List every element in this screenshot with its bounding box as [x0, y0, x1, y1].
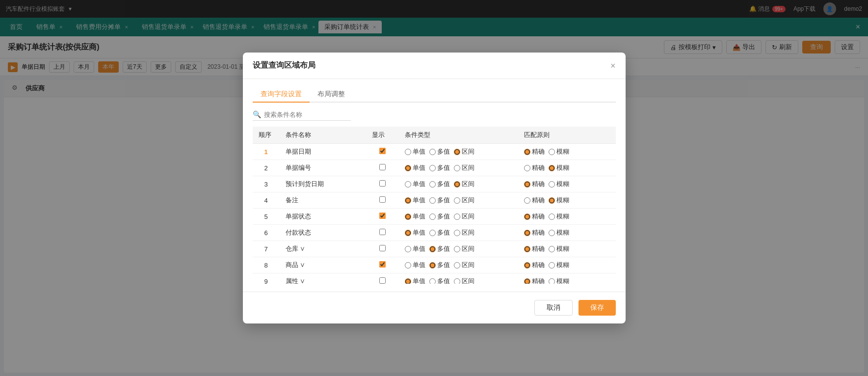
- match-radio[interactable]: [524, 246, 530, 252]
- match-radio[interactable]: [524, 262, 530, 269]
- match-radio-item[interactable]: 模糊: [549, 277, 569, 284]
- type-radio[interactable]: [454, 197, 460, 204]
- show-checkbox[interactable]: [379, 196, 386, 203]
- match-radio[interactable]: [549, 214, 555, 220]
- type-radio-item[interactable]: 多值: [429, 244, 450, 253]
- type-radio[interactable]: [429, 214, 436, 220]
- type-radio-item[interactable]: 多值: [429, 212, 450, 221]
- match-radio[interactable]: [549, 197, 555, 204]
- match-radio-item[interactable]: 精确: [524, 147, 545, 156]
- type-radio-item[interactable]: 单值: [405, 212, 425, 221]
- type-radio-item[interactable]: 区间: [454, 261, 474, 269]
- show-checkbox[interactable]: [379, 148, 386, 154]
- show-checkbox[interactable]: [379, 180, 386, 187]
- match-radio-item[interactable]: 精确: [524, 212, 545, 221]
- type-radio-item[interactable]: 多值: [429, 261, 450, 269]
- show-checkbox[interactable]: [379, 277, 386, 284]
- type-radio-item[interactable]: 单值: [405, 196, 425, 205]
- type-radio-item[interactable]: 单值: [405, 180, 425, 188]
- match-radio[interactable]: [524, 230, 530, 236]
- cancel-btn[interactable]: 取消: [534, 300, 573, 316]
- match-radio-item[interactable]: 模糊: [549, 212, 569, 221]
- type-radio-item[interactable]: 单值: [405, 277, 425, 284]
- type-radio[interactable]: [405, 278, 411, 284]
- match-radio[interactable]: [549, 230, 555, 236]
- type-radio[interactable]: [454, 278, 460, 284]
- row-show[interactable]: [366, 176, 398, 192]
- type-radio-item[interactable]: 单值: [405, 244, 425, 253]
- type-radio-item[interactable]: 区间: [454, 212, 474, 221]
- type-radio-item[interactable]: 单值: [405, 163, 425, 172]
- match-radio-item[interactable]: 模糊: [549, 163, 569, 172]
- type-radio-item[interactable]: 多值: [429, 228, 450, 237]
- match-radio[interactable]: [524, 214, 530, 220]
- type-radio[interactable]: [429, 230, 436, 236]
- dialog-close-btn[interactable]: ×: [610, 61, 616, 70]
- match-radio-item[interactable]: 精确: [524, 228, 545, 237]
- show-checkbox[interactable]: [379, 229, 386, 235]
- type-radio-item[interactable]: 区间: [454, 277, 474, 284]
- match-radio-item[interactable]: 精确: [524, 196, 545, 205]
- type-radio-item[interactable]: 多值: [429, 147, 450, 156]
- match-radio-item[interactable]: 精确: [524, 261, 545, 269]
- type-radio-item[interactable]: 区间: [454, 196, 474, 205]
- type-radio[interactable]: [454, 230, 460, 236]
- match-radio[interactable]: [524, 149, 530, 155]
- type-radio[interactable]: [454, 165, 460, 171]
- match-radio[interactable]: [524, 278, 530, 284]
- type-radio[interactable]: [405, 197, 411, 204]
- show-checkbox[interactable]: [379, 261, 386, 268]
- match-radio-item[interactable]: 精确: [524, 180, 545, 188]
- match-radio[interactable]: [549, 262, 555, 269]
- type-radio-item[interactable]: 区间: [454, 228, 474, 237]
- match-radio-item[interactable]: 模糊: [549, 244, 569, 253]
- type-radio[interactable]: [405, 262, 411, 269]
- match-radio[interactable]: [549, 278, 555, 284]
- type-radio-item[interactable]: 单值: [405, 147, 425, 156]
- match-radio-item[interactable]: 精确: [524, 244, 545, 253]
- row-show[interactable]: [366, 209, 398, 225]
- tab-layout[interactable]: 布局调整: [310, 87, 353, 103]
- type-radio-item[interactable]: 区间: [454, 244, 474, 253]
- match-radio-item[interactable]: 模糊: [549, 180, 569, 188]
- type-radio-item[interactable]: 区间: [454, 163, 474, 172]
- search-input[interactable]: [264, 111, 351, 118]
- type-radio-item[interactable]: 多值: [429, 277, 450, 284]
- type-radio[interactable]: [429, 262, 436, 269]
- type-radio[interactable]: [405, 230, 411, 236]
- match-radio[interactable]: [549, 246, 555, 252]
- save-btn[interactable]: 保存: [579, 300, 616, 316]
- type-radio[interactable]: [454, 181, 460, 188]
- row-show[interactable]: [366, 257, 398, 273]
- match-radio[interactable]: [549, 165, 555, 171]
- match-radio[interactable]: [524, 181, 530, 188]
- type-radio[interactable]: [405, 246, 411, 252]
- tab-query-fields[interactable]: 查询字段设置: [253, 87, 310, 103]
- row-show[interactable]: [366, 241, 398, 257]
- type-radio-item[interactable]: 多值: [429, 163, 450, 172]
- show-checkbox[interactable]: [379, 213, 386, 219]
- type-radio[interactable]: [429, 278, 436, 284]
- type-radio[interactable]: [429, 197, 436, 204]
- type-radio[interactable]: [454, 262, 460, 269]
- row-show[interactable]: [366, 160, 398, 176]
- type-radio-item[interactable]: 单值: [405, 228, 425, 237]
- match-radio-item[interactable]: 模糊: [549, 228, 569, 237]
- match-radio[interactable]: [549, 149, 555, 155]
- row-show[interactable]: [366, 273, 398, 284]
- match-radio-item[interactable]: 模糊: [549, 196, 569, 205]
- match-radio-item[interactable]: 模糊: [549, 147, 569, 156]
- show-checkbox[interactable]: [379, 164, 386, 170]
- type-radio[interactable]: [429, 149, 436, 155]
- type-radio[interactable]: [454, 214, 460, 220]
- type-radio[interactable]: [429, 181, 436, 188]
- type-radio-item[interactable]: 单值: [405, 261, 425, 269]
- type-radio[interactable]: [454, 246, 460, 252]
- type-radio[interactable]: [429, 246, 436, 252]
- row-show[interactable]: [366, 192, 398, 209]
- row-show[interactable]: [366, 225, 398, 241]
- type-radio[interactable]: [405, 149, 411, 155]
- type-radio[interactable]: [405, 214, 411, 220]
- type-radio-item[interactable]: 多值: [429, 180, 450, 188]
- match-radio-item[interactable]: 精确: [524, 277, 545, 284]
